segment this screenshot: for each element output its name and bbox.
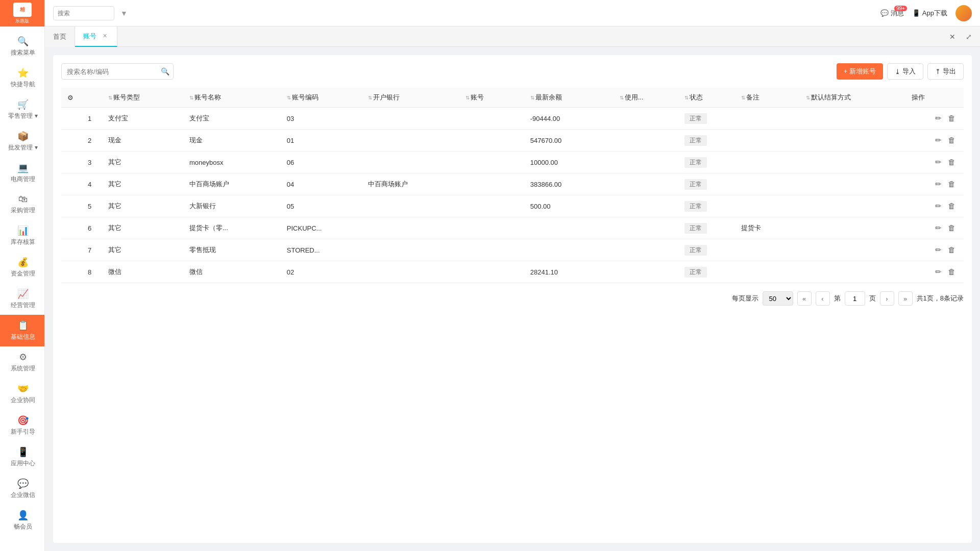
cell-bank: 中百商场账户: [362, 173, 459, 195]
edit-button[interactable]: ✏: [933, 244, 944, 256]
sidebar-item-operations[interactable]: 📈 经营管理: [0, 283, 44, 315]
edit-button[interactable]: ✏: [933, 201, 944, 212]
user-avatar[interactable]: [955, 5, 972, 21]
sidebar-item-enterprise-wechat[interactable]: 💬 企业微信: [0, 473, 44, 505]
col-bank-header[interactable]: ⇅开户银行: [362, 88, 459, 108]
table-row: 6 其它 提货卡（零... PICKUPC... 正常 提货卡 ✏ 🗑: [61, 217, 964, 239]
sidebar-item-quick-nav[interactable]: ⭐ 快捷导航: [0, 62, 44, 94]
sidebar-item-purchase[interactable]: 🛍 采购管理: [0, 189, 44, 220]
sidebar-item-finance[interactable]: 💰 资金管理: [0, 252, 44, 283]
edit-button[interactable]: ✏: [933, 113, 944, 124]
edit-button[interactable]: ✏: [933, 222, 944, 234]
cell-default: [800, 239, 905, 261]
tab-expand-btn[interactable]: ⤢: [962, 30, 976, 44]
page-first-btn[interactable]: «: [797, 291, 812, 306]
basic-info-icon: 📋: [17, 320, 29, 331]
header-search-input[interactable]: [53, 6, 114, 20]
edit-button[interactable]: ✏: [933, 266, 944, 278]
sidebar-item-label: 批发管理 ▾: [8, 143, 37, 152]
cell-rownum: 8: [82, 261, 102, 283]
toolbar-right: + 新增账号 ⤓ 导入 ⤒ 导出: [837, 63, 964, 80]
page-last-btn[interactable]: »: [898, 291, 913, 306]
delete-button[interactable]: 🗑: [946, 113, 958, 123]
cell-type: 支付宝: [102, 108, 183, 130]
page-input[interactable]: [845, 291, 865, 306]
delete-button[interactable]: 🗑: [946, 201, 958, 211]
cell-bank: [362, 108, 459, 130]
cell-default: [800, 195, 905, 217]
delete-button[interactable]: 🗑: [946, 179, 958, 189]
tab-home[interactable]: 首页: [45, 27, 75, 47]
export-button[interactable]: ⤒ 导出: [927, 63, 964, 80]
cell-name: 中百商场账户: [183, 173, 281, 195]
col-type-header[interactable]: ⇅账号类型: [102, 88, 183, 108]
tab-account-close[interactable]: ✕: [101, 32, 109, 40]
sidebar-item-retail[interactable]: 🛒 零售管理 ▾: [0, 94, 44, 126]
add-account-label: + 新增账号: [844, 67, 876, 76]
col-remark-header[interactable]: ⇅备注: [735, 88, 800, 108]
edit-button[interactable]: ✏: [933, 135, 944, 146]
cell-account: [459, 217, 524, 239]
cell-bank: [362, 195, 459, 217]
page-label: 第: [834, 294, 841, 303]
notification-button[interactable]: 💬 消息 99+: [880, 9, 904, 18]
sidebar-item-label: 新手引导: [11, 428, 35, 436]
sidebar-item-search-menu[interactable]: 🔍 搜索菜单: [0, 31, 44, 62]
cell-name: 大新银行: [183, 195, 281, 217]
cell-code: PICKUPC...: [281, 217, 362, 239]
app-download-icon: 📱: [912, 9, 920, 17]
sidebar-item-basic-info[interactable]: 📋 基础信息: [0, 315, 44, 346]
edit-button[interactable]: ✏: [933, 157, 944, 168]
cell-balance: 547670.00: [524, 130, 614, 152]
status-badge: 正常: [684, 223, 707, 234]
sidebar-item-app-center[interactable]: 📱 应用中心: [0, 441, 44, 473]
import-button[interactable]: ⤓ 导入: [887, 63, 923, 80]
retail-icon: 🛒: [17, 99, 29, 110]
delete-button[interactable]: 🗑: [946, 244, 958, 255]
sort-icon-balance: ⇅: [530, 95, 534, 101]
sidebar-item-guide[interactable]: 🎯 新手引导: [0, 410, 44, 441]
delete-button[interactable]: 🗑: [946, 157, 958, 167]
sidebar-item-member[interactable]: 👤 畅会员: [0, 505, 44, 536]
app-download-button[interactable]: 📱 App下载: [912, 9, 947, 18]
header-right: 💬 消息 99+ 📱 App下载: [880, 5, 972, 21]
col-name-header[interactable]: ⇅账号名称: [183, 88, 281, 108]
page-next-btn[interactable]: ›: [880, 291, 894, 306]
col-code-header[interactable]: ⇅账号编码: [281, 88, 362, 108]
add-account-button[interactable]: + 新增账号: [837, 63, 883, 80]
cell-bank: [362, 261, 459, 283]
cell-status: 正常: [678, 239, 735, 261]
page-prev-btn[interactable]: ‹: [816, 291, 830, 306]
operations-icon: 📈: [17, 288, 29, 299]
edit-button[interactable]: ✏: [933, 179, 944, 190]
cell-remark: [735, 130, 800, 152]
search-input[interactable]: [61, 63, 174, 80]
guide-icon: 🎯: [17, 415, 29, 426]
sort-icon-status: ⇅: [684, 95, 689, 101]
page-size-select[interactable]: 50 20 100: [763, 291, 793, 306]
header-dropdown-arrow[interactable]: ▼: [120, 9, 128, 17]
col-use-header[interactable]: ⇅使用...: [614, 88, 678, 108]
sidebar-item-wholesale[interactable]: 📦 批发管理 ▾: [0, 126, 44, 157]
sidebar-item-label: 企业微信: [11, 491, 35, 499]
delete-button[interactable]: 🗑: [946, 266, 958, 277]
sidebar-item-system[interactable]: ⚙ 系统管理: [0, 346, 44, 378]
delete-button[interactable]: 🗑: [946, 135, 958, 145]
member-icon: 👤: [17, 510, 29, 521]
sidebar-item-inventory[interactable]: 📊 库存核算: [0, 220, 44, 252]
tab-close-btn[interactable]: ✕: [945, 30, 960, 44]
col-account-header[interactable]: ⇅账号: [459, 88, 524, 108]
col-default-header[interactable]: ⇅默认结算方式: [800, 88, 905, 108]
delete-button[interactable]: 🗑: [946, 222, 958, 233]
tab-account[interactable]: 账号 ✕: [75, 27, 117, 47]
cell-action: ✏ 🗑: [905, 195, 964, 217]
cell-code: 05: [281, 195, 362, 217]
sort-icon-type: ⇅: [108, 95, 112, 101]
logo-subtext: 乐惠版: [15, 18, 29, 24]
sidebar-item-ecommerce[interactable]: 💻 电商管理: [0, 157, 44, 189]
cell-status: 正常: [678, 217, 735, 239]
col-settings-header[interactable]: ⚙: [61, 88, 82, 108]
col-status-header[interactable]: ⇅状态: [678, 88, 735, 108]
col-balance-header[interactable]: ⇅最新余额: [524, 88, 614, 108]
sidebar-item-cooperation[interactable]: 🤝 企业协同: [0, 378, 44, 410]
